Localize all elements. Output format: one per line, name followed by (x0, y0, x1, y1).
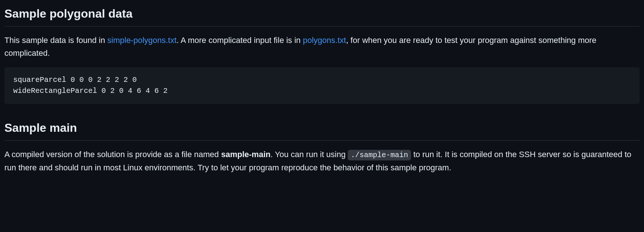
strong-sample-main: sample-main (221, 150, 271, 159)
code-block-polygon-data: squareParcel 0 0 0 2 2 2 2 0 wideRectang… (4, 67, 640, 104)
text-fragment: This sample data is found in (4, 36, 107, 45)
heading-sample-main: Sample main (4, 119, 640, 141)
text-fragment: A compiled version of the solution is pr… (4, 150, 221, 159)
section-sample-polygonal-data: Sample polygonal data This sample data i… (4, 4, 640, 104)
inline-code-run-command: ./sample-main (348, 150, 411, 160)
heading-sample-polygonal-data: Sample polygonal data (4, 4, 640, 26)
paragraph-sample-main: A compiled version of the solution is pr… (4, 148, 640, 174)
text-fragment: . You can run it using (271, 150, 348, 159)
section-sample-main: Sample main A compiled version of the so… (4, 119, 640, 174)
link-simple-polygons[interactable]: simple-polygons.txt (107, 36, 176, 45)
paragraph-sample-data: This sample data is found in simple-poly… (4, 34, 640, 59)
link-polygons[interactable]: polygons.txt (303, 36, 346, 45)
text-fragment: . A more complicated input file is in (176, 36, 303, 45)
